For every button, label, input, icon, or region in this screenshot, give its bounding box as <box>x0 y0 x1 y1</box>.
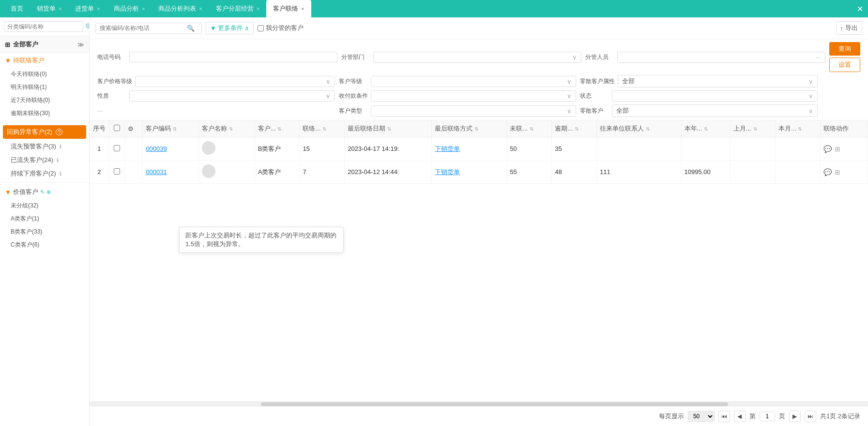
row2-settings <box>124 161 143 184</box>
row2-code[interactable]: 000031 <box>143 161 199 184</box>
filter-customer-level-select[interactable]: ∨ <box>371 76 577 87</box>
first-page-button[interactable]: ⏮ <box>718 411 730 422</box>
nav-purchase-order[interactable]: 进货单 × <box>68 0 107 17</box>
sidebar-item-churn-warning[interactable]: 流失预警客户(3) ℹ <box>0 140 89 153</box>
page-number-input[interactable] <box>760 411 775 421</box>
col-header-name[interactable]: 客户名称 ⇅ <box>198 120 255 137</box>
prev-page-button[interactable]: ◀ <box>734 411 746 422</box>
col-header-this-month[interactable]: 本月... ⇅ <box>775 120 820 137</box>
row1-chat-icon[interactable]: 💬 <box>823 145 832 153</box>
filter-retail-customer-select[interactable]: 全部 ∨ <box>612 104 818 117</box>
sidebar-item-b-class[interactable]: B类客户(33) <box>0 225 89 238</box>
filter-customer-type-select[interactable]: ∨ <box>371 105 577 117</box>
filter-payment-select[interactable]: ∨ <box>371 90 577 102</box>
nav-customer-contact[interactable]: 客户联络 × <box>266 0 311 17</box>
person-dots[interactable]: ··· <box>816 54 821 61</box>
row1-grid-icon[interactable]: ⊞ <box>835 145 840 153</box>
sidebar-item-7days[interactable]: 近7天待联络(0) <box>0 94 89 107</box>
filter-phone-input[interactable] <box>129 52 337 62</box>
row2-grid-icon[interactable]: ⊞ <box>835 168 840 176</box>
row2-contacts: 111 <box>596 161 681 184</box>
sidebar-search-icon[interactable]: 🔍 <box>85 23 90 30</box>
value-group-settings-icon[interactable]: ⊕ <box>46 189 51 195</box>
filter-person-control[interactable]: ··· <box>617 52 825 63</box>
col-header-this-year[interactable]: 本年... ⇅ <box>681 120 731 137</box>
sidebar-item-today[interactable]: 今天待联络(0) <box>0 68 89 81</box>
sidebar-search-input[interactable] <box>4 21 83 32</box>
col-header-settings[interactable]: ⚙ <box>124 120 143 137</box>
last-page-button[interactable]: ⏭ <box>805 411 816 422</box>
sidebar: 🔍 ⊞ 全部客户 ≫ ▼ 待联络客户 今天待联络(0) 明天待联络(1) 近7天… <box>0 17 90 426</box>
col-header-contacts[interactable]: 往来单位联系人 ⇅ <box>596 120 681 137</box>
row1-checkbox[interactable] <box>114 145 120 151</box>
pagination-bar: 每页显示 50 100 200 ⏮ ◀ 第 页 ▶ ⏭ 共1页 2条记录 <box>90 406 868 426</box>
col-header-code[interactable]: 客户编码 ⇅ <box>143 120 199 137</box>
col-header-last-date[interactable]: 最后联络日期 ⇅ <box>345 120 432 137</box>
export-button[interactable]: ↑ 导出 <box>836 21 863 35</box>
filter-status-select[interactable]: ∨ <box>612 90 818 102</box>
more-dots[interactable]: ··· <box>97 107 103 115</box>
row2-checkbox[interactable] <box>114 168 120 175</box>
row2-last-method[interactable]: 下销货单 <box>432 161 507 184</box>
col-header-pending[interactable]: 未联... ⇅ <box>507 120 552 137</box>
row1-last-method[interactable]: 下销货单 <box>432 137 507 161</box>
row1-check[interactable] <box>109 137 124 161</box>
nav-product-analysis-list[interactable]: 商品分析列表 × <box>152 0 209 17</box>
filter-gender-select[interactable]: ∨ <box>129 90 335 102</box>
value-group-title[interactable]: ▼ 价值客户 ✎ ⊕ <box>0 185 89 199</box>
pending-group-title[interactable]: ▼ 待联络客户 <box>0 53 89 68</box>
nav-close-customer-layered[interactable]: × <box>257 6 259 12</box>
row2-contact: 7 <box>300 161 345 184</box>
search-icon[interactable]: 🔍 <box>187 25 195 32</box>
sidebar-item-tomorrow[interactable]: 明天待联络(1) <box>0 81 89 94</box>
nav-close-product-analysis[interactable]: × <box>142 6 145 12</box>
horizontal-scrollbar[interactable] <box>90 401 868 406</box>
col-header-overdue[interactable]: 逾期... ⇅ <box>552 120 597 137</box>
sidebar-item-ungrouped[interactable]: 未分组(32) <box>0 199 89 212</box>
sidebar-item-c-class[interactable]: C类客户(6) <box>0 238 89 251</box>
col-header-last-method[interactable]: 最后联络方式 ⇅ <box>432 120 507 137</box>
customer-table: 序号 ⚙ 客户编码 ⇅ 客户名称 ⇅ <box>90 120 868 184</box>
nav-close-sales[interactable]: × <box>59 6 61 12</box>
sidebar-item-overdue[interactable]: 逾期未联络(30) <box>0 107 89 120</box>
filter-price-level-select[interactable]: ∨ <box>135 76 335 87</box>
row2-check[interactable] <box>109 161 124 184</box>
sidebar-item-a-class[interactable]: A类客户(1) <box>0 212 89 225</box>
scrollbar-thumb[interactable] <box>261 402 728 406</box>
top-nav: 首页 销货单 × 进货单 × 商品分析 × 商品分析列表 × 客户分层经营 × … <box>0 0 868 17</box>
col-header-last-month[interactable]: 上月... ⇅ <box>731 120 776 137</box>
table-row: 2 000031 A类客户 7 2023-04-12 14 <box>90 161 868 184</box>
nav-close-product-list[interactable]: × <box>199 6 202 12</box>
sidebar-item-churned[interactable]: 已流失客户(24) ℹ <box>0 153 89 167</box>
nav-close-purchase[interactable]: × <box>97 6 100 12</box>
filter-retail-attr-select[interactable]: 全部 ∨ <box>618 75 818 88</box>
row2-chat-icon[interactable]: 💬 <box>823 168 832 176</box>
all-customers-section[interactable]: ⊞ 全部客户 ≫ <box>0 36 89 53</box>
sidebar-item-declining[interactable]: 持续下滑客户(2) ℹ <box>0 167 89 180</box>
per-page-select[interactable]: 50 100 200 <box>688 411 715 422</box>
nav-customer-layered[interactable]: 客户分层经营 × <box>209 0 266 17</box>
price-level-chevron: ∨ <box>326 78 331 85</box>
col-header-contact[interactable]: 联络... ⇅ <box>300 120 345 137</box>
sidebar-item-repurchase-abnormal[interactable]: 回购异常客户(2) ? <box>3 125 86 139</box>
my-customer-checkbox[interactable] <box>258 25 264 31</box>
select-all-checkbox[interactable] <box>114 125 120 131</box>
row1-code[interactable]: 000039 <box>143 137 199 161</box>
window-close-button[interactable]: ✕ <box>857 4 863 14</box>
col-header-type[interactable]: 客户... ⇅ <box>255 120 300 137</box>
nav-home[interactable]: 首页 <box>4 0 30 17</box>
settings-button[interactable]: 设置 <box>829 58 860 72</box>
nav-close-customer-contact[interactable]: × <box>301 6 304 12</box>
next-page-button[interactable]: ▶ <box>789 411 801 422</box>
nav-sales-order[interactable]: 销货单 × <box>30 0 68 17</box>
collapse-icon[interactable]: ≫ <box>77 41 84 48</box>
more-conditions-btn[interactable]: ▼ 更多条件 ∧ <box>206 22 254 34</box>
search-wrap: 🔍 <box>95 23 202 34</box>
filter-dept-select[interactable]: ∨ <box>373 52 581 63</box>
value-group-edit-icon[interactable]: ✎ <box>40 189 45 195</box>
nav-product-analysis[interactable]: 商品分析 × <box>107 0 152 17</box>
all-customers-label: 全部客户 <box>13 40 38 49</box>
search-input[interactable] <box>100 25 187 31</box>
query-button[interactable]: 查询 <box>829 42 860 56</box>
my-customer-checkbox-wrap[interactable]: 我分管的客户 <box>258 24 304 32</box>
